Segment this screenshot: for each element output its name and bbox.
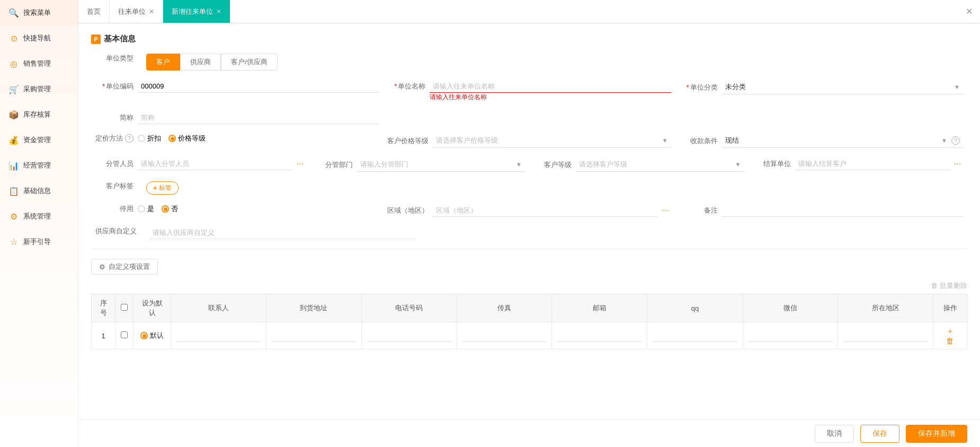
email-input[interactable] — [557, 329, 642, 342]
disable-field: 是 否 — [138, 204, 379, 214]
unit-type-label: 单位类型 — [95, 54, 138, 63]
unit-name-cell: *单位名称 请输入往来单位名称 — [383, 80, 675, 102]
short-name-input[interactable] — [138, 111, 379, 124]
disable-radio-no[interactable]: 否 — [162, 204, 178, 214]
customer-level-select[interactable]: 请选择客户等级 ▼ — [576, 157, 744, 172]
unit-category-select[interactable]: 未分类 ▼ — [722, 80, 963, 94]
row-contact[interactable] — [171, 322, 266, 349]
unit-type-buttons: 客户 供应商 客户/供应商 — [146, 54, 278, 71]
supplier-custom-label: 供应商自定义 — [95, 226, 141, 236]
manager-field: ··· — [138, 157, 306, 170]
basic-info-icon: 📋 — [8, 186, 19, 196]
pricing-help-icon[interactable]: ? — [125, 134, 133, 143]
sidebar-item-purchase[interactable]: 🛒 采购管理 — [0, 76, 78, 102]
sidebar-item-quick-nav[interactable]: ⊙ 快捷导航 — [0, 25, 78, 51]
fax-input[interactable] — [462, 329, 547, 342]
btn-supplier[interactable]: 供应商 — [180, 54, 221, 71]
supplier-custom-input[interactable] — [149, 226, 415, 239]
unit-code-input[interactable] — [138, 80, 379, 93]
settlement-unit-ellipsis[interactable]: ··· — [952, 159, 963, 169]
row-email[interactable] — [552, 322, 647, 349]
sidebar-item-finance[interactable]: 💰 资金管理 — [0, 127, 78, 153]
tab-new-partner-close[interactable]: ✕ — [216, 8, 221, 15]
remark-input[interactable] — [722, 204, 963, 217]
department-placeholder: 请输入分管部门 — [360, 160, 514, 169]
tabbar-close-all[interactable]: ✕ — [958, 0, 980, 23]
customer-price-label: 客户价格等级 — [387, 136, 433, 146]
pricing-radio-discount[interactable]: 折扣 — [138, 134, 161, 143]
default-radio-circle — [140, 332, 148, 339]
tab-home[interactable]: 首页 — [78, 0, 110, 23]
pricing-radio-level[interactable]: 价格等级 — [168, 134, 206, 143]
add-row-btn[interactable]: ＋ — [945, 326, 956, 336]
save-button[interactable]: 保存 — [860, 425, 899, 443]
settlement-unit-input[interactable] — [795, 157, 950, 170]
custom-settings-button[interactable]: ⚙ 自定义项设置 — [91, 259, 158, 275]
row-fax[interactable] — [457, 322, 552, 349]
pricing-method-field: 折扣 价格等级 — [138, 134, 379, 143]
disable-no-circle — [162, 205, 169, 213]
settlement-unit-cell: 结算单位 ··· — [749, 157, 968, 170]
cancel-button[interactable]: 取消 — [815, 425, 854, 443]
payment-terms-label: 收款条件 — [680, 136, 722, 146]
row-region[interactable] — [838, 322, 933, 349]
payment-terms-select[interactable]: 现结 ▼ ? — [722, 134, 963, 148]
btn-customer[interactable]: 客户 — [146, 54, 180, 71]
phone-input[interactable] — [367, 329, 451, 342]
manager-input[interactable] — [138, 157, 292, 170]
contact-input[interactable] — [176, 329, 261, 342]
select-all-checkbox[interactable] — [121, 304, 128, 311]
sidebar-label-basic-info: 基础信息 — [23, 186, 51, 196]
region-table-input[interactable] — [843, 329, 928, 342]
customer-price-select[interactable]: 请选择客户价格等级 ▼ — [433, 134, 671, 148]
remark-label: 备注 — [680, 206, 722, 215]
payment-help-icon[interactable]: ? — [951, 136, 960, 145]
sidebar-item-inventory[interactable]: 📦 库存核算 — [0, 102, 78, 127]
discount-radio-circle — [138, 135, 145, 142]
address-input[interactable] — [272, 329, 356, 342]
tab-new-partner[interactable]: 新增往来单位 ✕ — [163, 0, 230, 23]
sidebar-label-finance: 资金管理 — [23, 135, 51, 145]
add-tag-button[interactable]: + 标签 — [146, 181, 179, 195]
disable-radio-yes[interactable]: 是 — [138, 204, 154, 214]
row-no: 1 — [92, 322, 115, 349]
department-select[interactable]: 请输入分管部门 ▼ — [357, 157, 525, 172]
tab-partners-close[interactable]: ✕ — [149, 8, 154, 15]
row-default: 默认 — [133, 322, 171, 349]
default-radio[interactable]: 默认 — [139, 331, 165, 340]
customer-tag-label: 客户标签 — [95, 181, 138, 191]
save-new-button[interactable]: 保存并新增 — [906, 425, 967, 443]
qq-input[interactable] — [653, 329, 737, 342]
gear-icon: ⚙ — [99, 263, 105, 271]
payment-terms-cell: 收款条件 现结 ▼ ? — [675, 134, 967, 148]
sidebar-item-system[interactable]: ⚙ 系统管理 — [0, 204, 78, 229]
row-address[interactable] — [266, 322, 361, 349]
sidebar-item-search[interactable]: 🔍 搜索菜单 — [0, 0, 78, 25]
tab-partners[interactable]: 往来单位 ✕ — [110, 0, 163, 23]
row-wechat[interactable] — [743, 322, 838, 349]
customer-level-placeholder: 请选择客户等级 — [579, 160, 733, 169]
sidebar-item-guide[interactable]: ☆ 新手引导 — [0, 229, 78, 255]
btn-customer-supplier[interactable]: 客户/供应商 — [221, 54, 278, 71]
manager-ellipsis[interactable]: ··· — [295, 159, 306, 169]
customer-level-field: 请选择客户等级 ▼ — [576, 157, 744, 172]
operations-icon: 📊 — [8, 160, 19, 171]
row-phone[interactable] — [361, 322, 457, 349]
sidebar-item-basic-info[interactable]: 📋 基础信息 — [0, 178, 78, 204]
delete-row-btn[interactable]: 🗑 — [945, 336, 956, 345]
customer-level-cell: 客户等级 请选择客户等级 ▼ — [529, 157, 749, 172]
sidebar-item-sales[interactable]: ◎ 销售管理 — [0, 51, 78, 76]
row-qq[interactable] — [647, 322, 743, 349]
sidebar-item-operations[interactable]: 📊 经营管理 — [0, 153, 78, 178]
col-contact: 联系人 — [171, 294, 266, 322]
disable-no-label: 否 — [171, 204, 178, 214]
unit-code-required: * — [102, 82, 105, 90]
wechat-input[interactable] — [749, 329, 833, 342]
region-input[interactable] — [433, 204, 657, 217]
batch-delete-label: 批量删除 — [940, 282, 967, 290]
pricing-method-cell: 定价方法 ? 折扣 价格等级 — [91, 134, 383, 143]
row-checkbox[interactable] — [121, 331, 128, 338]
unit-name-input[interactable] — [430, 80, 671, 93]
region-ellipsis[interactable]: ··· — [660, 206, 671, 215]
unit-category-required: * — [687, 83, 689, 91]
